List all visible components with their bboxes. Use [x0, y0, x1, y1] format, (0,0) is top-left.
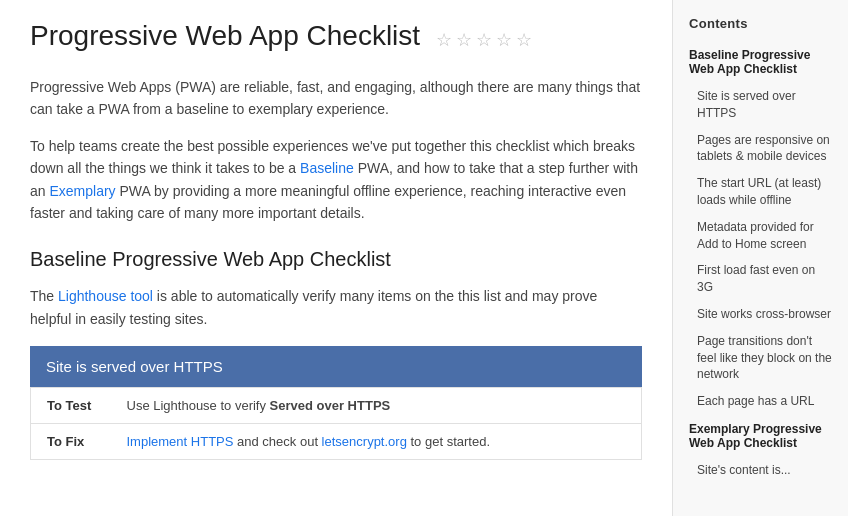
page-title: Progressive Web App Checklist	[30, 20, 420, 52]
baseline-link[interactable]: Baseline	[300, 160, 354, 176]
table-cell-content-1: Use Lighthouse to verify Served over HTT…	[111, 388, 642, 424]
section-heading: Baseline Progressive Web App Checklist	[30, 248, 642, 271]
table-cell-label-2: To Fix	[31, 424, 111, 460]
intro-paragraph-2: To help teams create the best possible e…	[30, 135, 642, 225]
sidebar-item-transitions[interactable]: Page transitions don't feel like they bl…	[673, 328, 848, 388]
star-2[interactable]: ☆	[456, 29, 472, 51]
main-content: Progressive Web App Checklist ☆ ☆ ☆ ☆ ☆ …	[0, 0, 672, 516]
letsencrypt-link[interactable]: letsencrypt.org	[322, 434, 407, 449]
checklist-section: Site is served over HTTPS To Test Use Li…	[30, 346, 642, 460]
lighthouse-link[interactable]: Lighthouse tool	[58, 288, 153, 304]
star-1[interactable]: ☆	[436, 29, 452, 51]
sidebar-item-offline[interactable]: The start URL (at least) loads while off…	[673, 170, 848, 214]
sidebar-item-cross-browser[interactable]: Site works cross-browser	[673, 301, 848, 328]
table-row: To Fix Implement HTTPS and check out let…	[31, 424, 642, 460]
implement-https-link[interactable]: Implement HTTPS	[127, 434, 234, 449]
table-cell-content-2: Implement HTTPS and check out letsencryp…	[111, 424, 642, 460]
sidebar-item-metadata[interactable]: Metadata provided for Add to Home screen	[673, 214, 848, 258]
checklist-header: Site is served over HTTPS	[30, 346, 642, 387]
sidebar: Contents Baseline Progressive Web App Ch…	[672, 0, 848, 516]
title-row: Progressive Web App Checklist ☆ ☆ ☆ ☆ ☆	[30, 20, 642, 60]
star-4[interactable]: ☆	[496, 29, 512, 51]
exemplary-link[interactable]: Exemplary	[49, 183, 115, 199]
section-paragraph: The Lighthouse tool is able to automatic…	[30, 285, 642, 330]
star-5[interactable]: ☆	[516, 29, 532, 51]
sidebar-item-exemplary-1[interactable]: Site's content is...	[673, 457, 848, 484]
checklist-table: To Test Use Lighthouse to verify Served …	[30, 387, 642, 460]
sidebar-title: Contents	[673, 12, 848, 41]
sidebar-item-first-load[interactable]: First load fast even on 3G	[673, 257, 848, 301]
table-cell-label-1: To Test	[31, 388, 111, 424]
star-3[interactable]: ☆	[476, 29, 492, 51]
sidebar-section-baseline[interactable]: Baseline Progressive Web App Checklist	[673, 41, 848, 83]
intro-paragraph-1: Progressive Web Apps (PWA) are reliable,…	[30, 76, 642, 121]
sidebar-section-exemplary[interactable]: Exemplary Progressive Web App Checklist	[673, 415, 848, 457]
star-rating[interactable]: ☆ ☆ ☆ ☆ ☆	[436, 29, 532, 51]
bold-text-1: Served over HTTPS	[270, 398, 391, 413]
sidebar-item-https[interactable]: Site is served over HTTPS	[673, 83, 848, 127]
sidebar-item-url[interactable]: Each page has a URL	[673, 388, 848, 415]
table-row: To Test Use Lighthouse to verify Served …	[31, 388, 642, 424]
sidebar-item-responsive[interactable]: Pages are responsive on tablets & mobile…	[673, 127, 848, 171]
